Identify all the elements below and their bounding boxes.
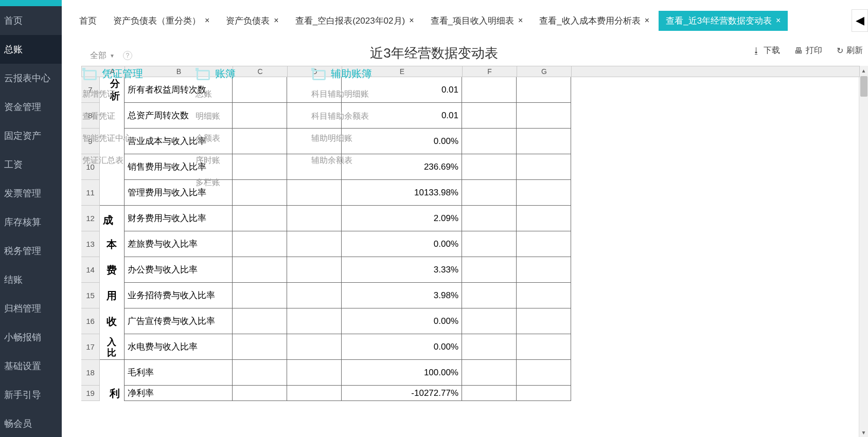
- row-header[interactable]: 14: [81, 257, 100, 283]
- tab[interactable]: 查看_近3年经营数据变动表×: [659, 11, 788, 31]
- cell[interactable]: [462, 180, 517, 206]
- row-header[interactable]: 15: [81, 283, 100, 308]
- cell[interactable]: [517, 360, 571, 386]
- scroll-thumb[interactable]: [860, 76, 867, 97]
- cell[interactable]: [517, 77, 571, 103]
- cell[interactable]: [462, 103, 517, 129]
- cell[interactable]: [517, 154, 571, 180]
- cell[interactable]: 0.00%: [342, 334, 462, 360]
- sidebar-item[interactable]: 工资: [0, 150, 62, 179]
- cell[interactable]: [462, 283, 517, 308]
- col-header[interactable]: G: [517, 66, 572, 77]
- row-header[interactable]: 17: [81, 334, 100, 360]
- cell[interactable]: [462, 206, 517, 231]
- cell[interactable]: 财务费用与收入比率: [125, 206, 233, 231]
- cell[interactable]: [462, 308, 517, 334]
- row-header[interactable]: 18: [81, 360, 100, 386]
- cell[interactable]: 100.00%: [342, 360, 462, 386]
- cell[interactable]: [517, 257, 571, 283]
- cell[interactable]: [517, 334, 571, 360]
- cell[interactable]: 差旅费与收入比率: [125, 231, 233, 257]
- overlay-link[interactable]: 智能凭证中心: [82, 133, 143, 144]
- cell[interactable]: [287, 360, 342, 386]
- cell[interactable]: [462, 154, 517, 180]
- cell[interactable]: 成: [100, 206, 125, 231]
- cell[interactable]: [517, 308, 571, 334]
- tab[interactable]: 查看_收入成本费用分析表×: [532, 11, 657, 31]
- cell[interactable]: [233, 360, 287, 386]
- close-icon[interactable]: ×: [645, 16, 649, 25]
- cell[interactable]: [287, 257, 342, 283]
- cell[interactable]: [517, 180, 571, 206]
- row-header[interactable]: 19: [81, 386, 100, 401]
- overlay-link[interactable]: 总账: [196, 89, 236, 100]
- cell[interactable]: 3.33%: [342, 257, 462, 283]
- close-icon[interactable]: ×: [518, 16, 523, 25]
- overlay-link[interactable]: 辅助明细账: [311, 133, 372, 144]
- overlay-link[interactable]: 查看凭证: [82, 111, 143, 122]
- overlay-link[interactable]: 多栏账: [196, 177, 236, 188]
- cell[interactable]: 用: [100, 283, 125, 308]
- cell[interactable]: 净利率: [125, 386, 233, 401]
- row-header[interactable]: 12: [81, 206, 100, 231]
- overlay-link[interactable]: 余额表: [196, 133, 236, 144]
- close-icon[interactable]: ×: [776, 16, 781, 25]
- cell[interactable]: [233, 257, 287, 283]
- cell[interactable]: [517, 231, 571, 257]
- cell[interactable]: [287, 283, 342, 308]
- sidebar-item[interactable]: 库存核算: [0, 208, 62, 236]
- cell[interactable]: 0.00%: [342, 231, 462, 257]
- cell[interactable]: [233, 386, 287, 401]
- overlay-link[interactable]: 科目辅助明细账: [311, 89, 372, 100]
- overlay-link[interactable]: 序时账: [196, 155, 236, 166]
- cell[interactable]: 利: [100, 386, 125, 401]
- col-header[interactable]: F: [463, 66, 517, 77]
- cell[interactable]: [233, 206, 287, 231]
- cell[interactable]: 费: [100, 257, 125, 283]
- cell[interactable]: 3.98%: [342, 283, 462, 308]
- row-header[interactable]: 13: [81, 231, 100, 257]
- tab-scroll-left[interactable]: ◀: [852, 9, 868, 32]
- tab[interactable]: 资产负债表×: [219, 11, 286, 31]
- sidebar-item[interactable]: 固定资产: [0, 121, 62, 150]
- overlay-link[interactable]: 科目辅助余额表: [311, 111, 372, 122]
- cell[interactable]: [462, 360, 517, 386]
- cell[interactable]: 本: [100, 231, 125, 257]
- cell[interactable]: [462, 231, 517, 257]
- overlay-link[interactable]: 辅助余额表: [311, 155, 372, 166]
- overlay-link[interactable]: 新增凭证: [82, 89, 143, 100]
- cell[interactable]: [100, 360, 125, 386]
- cell[interactable]: [517, 206, 571, 231]
- cell[interactable]: 毛利率: [125, 360, 233, 386]
- help-icon[interactable]: ?: [123, 51, 132, 60]
- cell[interactable]: [287, 308, 342, 334]
- cell[interactable]: [462, 129, 517, 154]
- sidebar-item[interactable]: 结账: [0, 265, 62, 294]
- cell[interactable]: [287, 386, 342, 401]
- sidebar-item[interactable]: 云报表中心: [0, 64, 62, 93]
- sidebar-item[interactable]: 总账: [0, 35, 62, 64]
- overlay-link[interactable]: 凭证汇总表: [82, 155, 143, 166]
- cell[interactable]: 入比: [100, 334, 125, 360]
- cell[interactable]: [462, 334, 517, 360]
- sidebar-item[interactable]: 小畅报销: [0, 323, 62, 352]
- print-button[interactable]: 🖶打印: [794, 45, 822, 56]
- cell[interactable]: 2.09%: [342, 206, 462, 231]
- cell[interactable]: 收: [100, 308, 125, 334]
- cell[interactable]: [233, 283, 287, 308]
- cell[interactable]: 水电费与收入比率: [125, 334, 233, 360]
- sidebar-item[interactable]: 资金管理: [0, 93, 62, 121]
- sidebar-item[interactable]: 畅会员: [0, 409, 62, 437]
- vertical-scrollbar[interactable]: ▲ ▼: [859, 66, 868, 437]
- cell[interactable]: 业务招待费与收入比率: [125, 283, 233, 308]
- sidebar-item[interactable]: 基础设置: [0, 352, 62, 380]
- sidebar-item[interactable]: 新手引导: [0, 380, 62, 409]
- refresh-button[interactable]: ↻刷新: [837, 45, 863, 56]
- cell[interactable]: [287, 231, 342, 257]
- cell[interactable]: [233, 308, 287, 334]
- sidebar-item[interactable]: 发票管理: [0, 179, 62, 208]
- tab[interactable]: 首页: [72, 11, 104, 31]
- tab[interactable]: 资产负债表（重分类）×: [106, 11, 217, 31]
- overlay-link[interactable]: 明细账: [196, 111, 236, 122]
- scroll-down-icon[interactable]: ▼: [859, 428, 868, 437]
